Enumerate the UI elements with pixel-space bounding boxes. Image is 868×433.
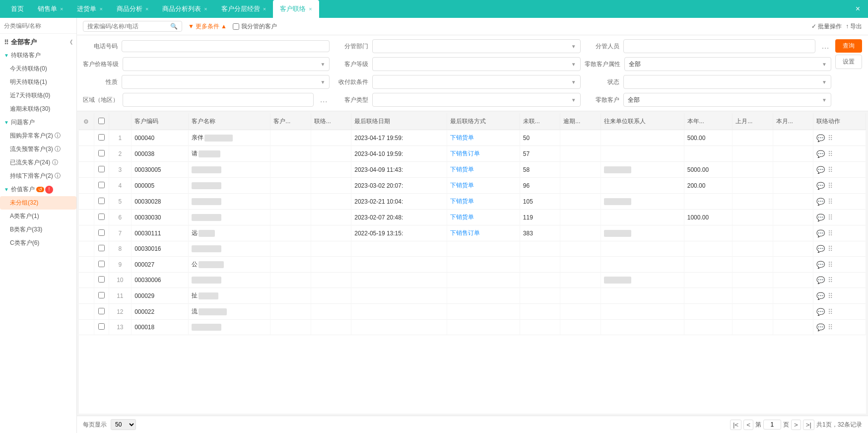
nav-customer-segment[interactable]: 客户分层经营 × bbox=[214, 0, 273, 18]
action-phone-icon-5[interactable]: 💬 bbox=[816, 214, 825, 221]
row-checkbox-6[interactable] bbox=[98, 229, 105, 236]
action-phone-icon-1[interactable]: 💬 bbox=[816, 150, 825, 158]
sidebar-collapse-icon[interactable]: 《 bbox=[67, 39, 72, 46]
action-more-icon-2[interactable]: ⠿ bbox=[828, 166, 833, 174]
sidebar-group-pending[interactable]: ▼ 待联络客户 bbox=[0, 49, 76, 62]
sidebar-item-week[interactable]: 近7天待联络(0) bbox=[0, 89, 76, 102]
action-more-icon-11[interactable]: ⠿ bbox=[828, 308, 833, 316]
nav-customer-segment-close[interactable]: × bbox=[263, 6, 266, 12]
nav-analysis-close[interactable]: × bbox=[145, 6, 148, 12]
filter-search-icon[interactable]: 🔍 bbox=[170, 23, 178, 30]
manager-dots-icon[interactable]: … bbox=[819, 42, 831, 51]
my-customers-checkbox[interactable]: 我分管的客户 bbox=[233, 22, 277, 31]
sidebar-item-groupB[interactable]: B类客户(33) bbox=[0, 223, 76, 236]
payment-select[interactable]: ▼ bbox=[372, 75, 580, 89]
page-size-select[interactable]: 50 10 20 100 bbox=[111, 419, 136, 430]
close-all-tabs[interactable]: × bbox=[852, 4, 864, 13]
last-method-link-1[interactable]: 下销售订单 bbox=[450, 150, 480, 157]
action-phone-icon-7[interactable]: 💬 bbox=[816, 245, 825, 253]
sidebar-item-ungroup[interactable]: 未分组(32) bbox=[0, 196, 76, 210]
row-checkbox-7[interactable] bbox=[98, 245, 105, 251]
sidebar-item-groupA[interactable]: A类客户(1) bbox=[0, 210, 76, 223]
row-checkbox-8[interactable] bbox=[98, 261, 105, 267]
sidebar-item-hoard[interactable]: 囤购异常客户(2) ⓘ bbox=[0, 129, 76, 143]
row-checkbox-5[interactable] bbox=[98, 214, 105, 220]
nav-home[interactable]: 首页 bbox=[4, 0, 31, 18]
action-phone-icon-2[interactable]: 💬 bbox=[816, 166, 825, 174]
sidebar-group-problem[interactable]: ▼ 问题客户 bbox=[0, 116, 76, 129]
sidebar-item-tomorrow[interactable]: 明天待联络(1) bbox=[0, 75, 76, 89]
last-method-link-2[interactable]: 下销货单 bbox=[450, 166, 474, 173]
nature-select[interactable]: ▼ bbox=[122, 75, 330, 89]
last-method-link-3[interactable]: 下销货单 bbox=[450, 182, 474, 189]
sidebar-item-declining[interactable]: 持续下滑客户(2) ⓘ bbox=[0, 169, 76, 183]
region-dots-icon[interactable]: … bbox=[318, 95, 330, 104]
action-phone-icon-10[interactable]: 💬 bbox=[816, 292, 825, 300]
row-checkbox-11[interactable] bbox=[98, 308, 105, 314]
action-more-icon-7[interactable]: ⠿ bbox=[828, 245, 833, 253]
last-method-link-0[interactable]: 下销货单 bbox=[450, 134, 474, 141]
first-page-btn[interactable]: |< bbox=[730, 420, 741, 430]
nav-customer-contact-close[interactable]: × bbox=[309, 6, 312, 12]
row-checkbox-4[interactable] bbox=[98, 198, 105, 204]
batch-op-btn[interactable]: ✓ 批量操作 bbox=[811, 22, 842, 31]
settings-gear-icon[interactable]: ⚙ bbox=[83, 118, 89, 125]
region-select[interactable] bbox=[123, 93, 314, 107]
nav-purchase[interactable]: 进货单 × bbox=[70, 0, 109, 18]
action-more-icon-6[interactable]: ⠿ bbox=[828, 229, 833, 237]
action-more-icon-5[interactable]: ⠿ bbox=[828, 214, 833, 221]
action-phone-icon-12[interactable]: 💬 bbox=[816, 323, 825, 331]
sidebar-item-churn[interactable]: 流失预警客户(3) ⓘ bbox=[0, 143, 76, 156]
action-phone-icon-6[interactable]: 💬 bbox=[816, 229, 825, 237]
export-btn[interactable]: ↑ 导出 bbox=[846, 22, 862, 31]
price-level-select[interactable]: ▼ bbox=[123, 57, 330, 71]
action-phone-icon-4[interactable]: 💬 bbox=[816, 198, 825, 206]
action-phone-icon-3[interactable]: 💬 bbox=[816, 182, 825, 190]
nav-customer-contact[interactable]: 客户联络 × bbox=[273, 0, 319, 18]
all-customers-section[interactable]: ⠿ 全部客户 《 bbox=[0, 34, 76, 49]
action-more-icon-1[interactable]: ⠿ bbox=[828, 150, 833, 158]
row-checkbox-10[interactable] bbox=[98, 292, 105, 298]
nav-analysis-list-close[interactable]: × bbox=[204, 6, 207, 12]
status-select[interactable]: ▼ bbox=[623, 75, 831, 89]
action-more-icon-9[interactable]: ⠿ bbox=[828, 276, 833, 284]
action-phone-icon-0[interactable]: 💬 bbox=[816, 134, 825, 142]
action-more-icon-4[interactable]: ⠿ bbox=[828, 198, 833, 206]
nav-analysis-list[interactable]: 商品分析列表 × bbox=[155, 0, 214, 18]
action-more-icon-10[interactable]: ⠿ bbox=[828, 292, 833, 300]
row-checkbox-0[interactable] bbox=[98, 134, 105, 141]
customer-level-select[interactable]: ▼ bbox=[372, 57, 580, 71]
customer-type-select[interactable]: ▼ bbox=[372, 93, 580, 107]
nav-sales-close[interactable]: × bbox=[60, 6, 63, 12]
sidebar-item-overdue[interactable]: 逾期未联络(30) bbox=[0, 102, 76, 116]
reset-button[interactable]: 设置 bbox=[835, 55, 862, 69]
action-phone-icon-9[interactable]: 💬 bbox=[816, 276, 825, 284]
sidebar-search-input[interactable] bbox=[4, 22, 77, 29]
sidebar-item-groupC[interactable]: C类客户(6) bbox=[0, 236, 76, 250]
prev-page-btn[interactable]: < bbox=[743, 420, 753, 430]
action-phone-icon-8[interactable]: 💬 bbox=[816, 261, 825, 269]
sidebar-item-today[interactable]: 今天待联络(0) bbox=[0, 62, 76, 75]
row-checkbox-1[interactable] bbox=[98, 150, 105, 156]
phone-input[interactable] bbox=[122, 40, 330, 52]
row-checkbox-9[interactable] bbox=[98, 276, 105, 283]
action-more-icon-8[interactable]: ⠿ bbox=[828, 261, 833, 269]
sidebar-group-value[interactable]: ▼ 价值客户 ↺ ! bbox=[0, 183, 76, 196]
scattered-attr-select[interactable]: 全部 ▼ bbox=[624, 57, 831, 71]
page-input[interactable] bbox=[763, 420, 781, 430]
last-method-link-5[interactable]: 下销货单 bbox=[450, 214, 474, 220]
last-method-link-6[interactable]: 下销售订单 bbox=[450, 229, 480, 236]
action-phone-icon-11[interactable]: 💬 bbox=[816, 308, 825, 316]
my-customers-check[interactable] bbox=[233, 23, 239, 30]
action-more-icon-0[interactable]: ⠿ bbox=[828, 134, 833, 142]
query-button[interactable]: 查询 bbox=[835, 39, 862, 53]
dept-select[interactable]: ▼ bbox=[372, 39, 580, 53]
scattered-customer-select[interactable]: 全部 ▼ bbox=[623, 93, 831, 107]
nav-purchase-close[interactable]: × bbox=[99, 6, 102, 12]
manager-select[interactable] bbox=[623, 39, 815, 53]
filter-search-input[interactable] bbox=[87, 23, 170, 30]
row-checkbox-3[interactable] bbox=[98, 182, 105, 188]
last-page-btn[interactable]: >| bbox=[803, 420, 814, 430]
th-settings[interactable]: ⚙ bbox=[79, 113, 94, 130]
action-more-icon-12[interactable]: ⠿ bbox=[828, 323, 833, 331]
